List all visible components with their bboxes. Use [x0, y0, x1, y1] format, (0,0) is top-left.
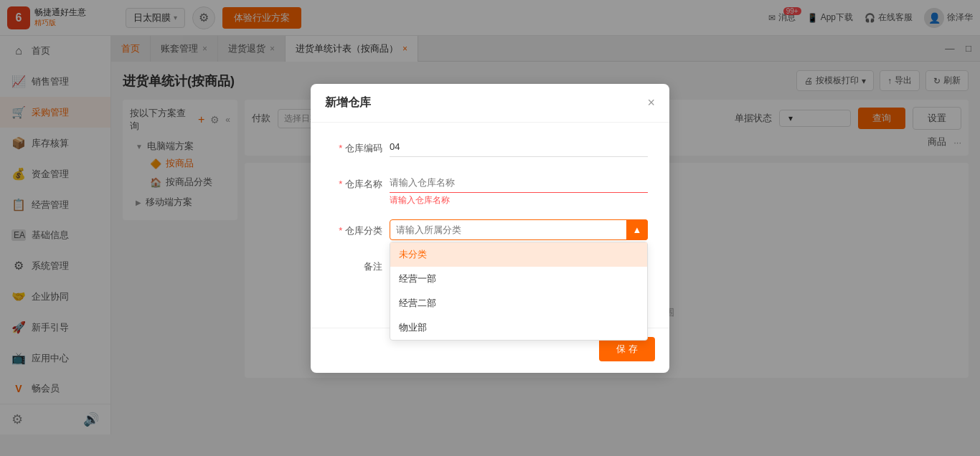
save-button[interactable]: 保 存 [599, 337, 655, 361]
modal-header: 新增仓库 × [311, 84, 669, 123]
category-input[interactable] [390, 219, 648, 240]
dropdown-item-property[interactable]: 物业部 [390, 315, 647, 340]
code-control [390, 137, 648, 157]
dropdown-item-uncategorized[interactable]: 未分类 [390, 242, 647, 267]
code-label: 仓库编码 [332, 137, 390, 160]
category-arrow-button[interactable]: ▲ [626, 219, 648, 240]
category-field-row: 仓库分类 ▲ 未分类 经营一部 经营二部 物业部 [332, 219, 648, 242]
name-error-msg: 请输入仓库名称 [390, 194, 648, 206]
note-label: 备注 [332, 255, 390, 278]
modal-title: 新增仓库 [325, 95, 371, 110]
name-control: 请输入仓库名称 [390, 173, 648, 206]
arrow-up-icon: ▲ [633, 224, 642, 235]
modal-body: 仓库编码 仓库名称 请输入仓库名称 仓库分类 ▲ [311, 123, 669, 328]
dropdown-item-ops2[interactable]: 经营二部 [390, 291, 647, 315]
code-input[interactable] [390, 137, 648, 157]
category-dropdown: 未分类 经营一部 经营二部 物业部 [390, 242, 648, 341]
modal-overlay: 新增仓库 × 仓库编码 仓库名称 请输入仓库名称 仓库分类 [0, 0, 980, 456]
name-field-row: 仓库名称 请输入仓库名称 [332, 173, 648, 206]
name-label: 仓库名称 [332, 173, 390, 196]
modal-close-button[interactable]: × [647, 95, 655, 110]
name-input[interactable] [390, 173, 648, 193]
category-control: ▲ 未分类 经营一部 经营二部 物业部 [390, 219, 648, 240]
code-field-row: 仓库编码 [332, 137, 648, 160]
dropdown-item-ops1[interactable]: 经营一部 [390, 267, 647, 291]
category-label: 仓库分类 [332, 219, 390, 242]
new-warehouse-modal: 新增仓库 × 仓库编码 仓库名称 请输入仓库名称 仓库分类 [311, 84, 669, 373]
